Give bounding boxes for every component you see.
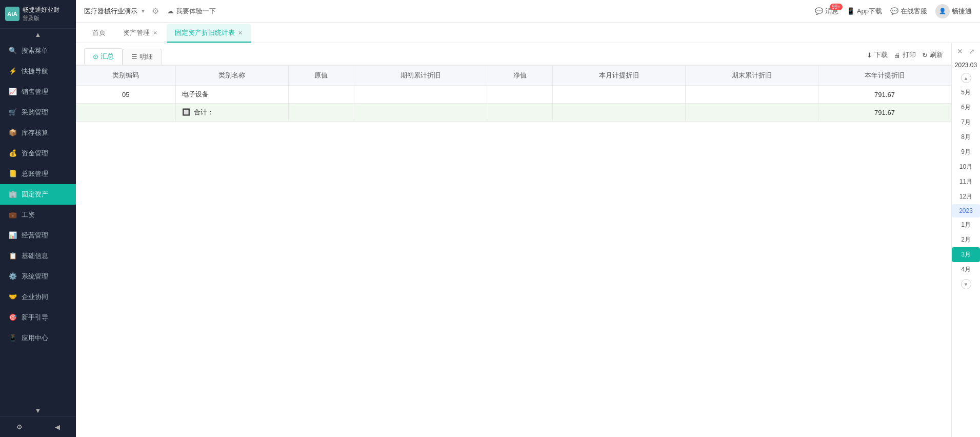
th-original: 原值 — [288, 66, 354, 86]
td-annual-dep: 791.67 — [818, 86, 951, 104]
sidebar-item-payroll[interactable]: 💼工资 — [0, 205, 76, 225]
sidebar-item-label: 系统管理 — [22, 272, 48, 281]
th-net: 净值 — [487, 66, 552, 86]
tab-asset-mgmt-label: 资产管理 — [123, 28, 150, 37]
guide-icon: 🎯 — [8, 313, 17, 322]
sidebar-item-basic-info[interactable]: 📋基础信息 — [0, 246, 76, 266]
sidebar-item-label: 快捷导航 — [22, 67, 48, 76]
sidebar-item-sales[interactable]: 📈销售管理 — [0, 82, 76, 102]
download-icon: 📱 — [847, 7, 855, 15]
td-sum-label: 🔲 合计： — [175, 104, 288, 122]
quick-nav-icon: ⚡ — [8, 67, 17, 76]
table-sum-row: 🔲 合计： 791.67 — [76, 104, 951, 122]
td-sum-monthly-dep — [553, 104, 686, 122]
sub-tab-detail[interactable]: ☰ 明细 — [123, 49, 162, 65]
cal-month-8[interactable]: 8月 — [952, 130, 980, 145]
cal-month-4[interactable]: 4月 — [952, 262, 980, 277]
th-period-end-dep: 期末累计折旧 — [686, 66, 818, 86]
tab-depreciation-label: 固定资产折旧统计表 — [175, 28, 235, 37]
purchase-icon: 🛒 — [8, 108, 17, 117]
td-sum-original — [288, 104, 354, 122]
refresh-icon: ↻ — [922, 51, 928, 59]
summary-icon: ⊙ — [93, 53, 98, 61]
sidebar-item-operations[interactable]: 📊经营管理 — [0, 225, 76, 246]
user-menu-btn[interactable]: 👤 畅捷通 — [935, 4, 972, 18]
calendar-expand-btn[interactable]: ⤢ — [967, 45, 977, 57]
td-name: 电子设备 — [175, 86, 288, 104]
customer-service-btn[interactable]: 💬 在线客服 — [890, 7, 927, 16]
th-monthly-dep: 本月计提折旧 — [553, 66, 686, 86]
calendar-scroll-down[interactable]: ▼ — [961, 279, 971, 289]
cal-month-2[interactable]: 2月 — [952, 232, 980, 247]
settings-bottom-btn[interactable]: ⚙ — [12, 421, 27, 433]
td-initial-accum — [354, 86, 487, 104]
th-initial-accum: 期初累计折旧 — [354, 66, 487, 86]
calendar-panel: ✕ ⤢ 2023.03 ▲ 5月 6月 7月 8月 9月 10月 11月 12月… — [951, 43, 980, 437]
print-icon: 🖨 — [894, 51, 901, 59]
sub-tab-actions: ⬇ 下载 🖨 打印 ↻ 刷新 — [867, 50, 943, 63]
sidebar-item-quick-nav[interactable]: ⚡快捷导航 — [0, 61, 76, 82]
sidebar-item-funds[interactable]: 💰资金管理 — [0, 143, 76, 164]
tab-home[interactable]: 首页 — [84, 24, 114, 43]
sidebar-item-app-center[interactable]: 📱应用中心 — [0, 328, 76, 348]
cal-month-10[interactable]: 10月 — [952, 160, 980, 174]
main-area: 医疗器械行业演示 ▼ ⚙ ☁ 我要体验一下 💬 消息 99+ 📱 App下载 💬… — [76, 0, 980, 437]
download-btn[interactable]: ⬇ 下载 — [867, 50, 888, 59]
cal-month-12[interactable]: 12月 — [952, 189, 980, 204]
app-center-icon: 📱 — [8, 333, 17, 343]
calendar-close-btn[interactable]: ✕ — [955, 45, 965, 57]
cal-year-label[interactable]: 2023 — [952, 204, 980, 217]
sidebar-item-label: 企业协同 — [22, 292, 48, 302]
sidebar-item-fixed-assets[interactable]: 🏢固定资产 — [0, 184, 76, 205]
company-selector[interactable]: 医疗器械行业演示 ▼ — [84, 7, 146, 16]
sub-tab-summary[interactable]: ⊙ 汇总 — [84, 48, 123, 65]
sub-tab-summary-label: 汇总 — [101, 52, 114, 61]
tab-asset-mgmt-close[interactable]: ✕ — [153, 30, 157, 36]
refresh-label: 刷新 — [930, 50, 943, 59]
sidebar: AtA 畅捷通好业财 普及版 ▲ 🔍搜索菜单⚡快捷导航📈销售管理🛒采购管理📦库存… — [0, 0, 76, 437]
scroll-up-arrow[interactable]: ▲ — [0, 29, 76, 41]
td-sum-initial-accum — [354, 104, 487, 122]
td-period-end-dep — [686, 86, 818, 104]
cal-month-3[interactable]: 3月 — [952, 247, 980, 262]
content-main: ⊙ 汇总 ☰ 明细 ⬇ 下载 🖨 打印 — [76, 43, 951, 437]
topbar-settings-btn[interactable]: ⚙ — [152, 6, 159, 16]
cal-month-7[interactable]: 7月 — [952, 115, 980, 130]
cal-month-1[interactable]: 1月 — [952, 217, 980, 232]
tab-asset-mgmt[interactable]: 资产管理 ✕ — [115, 24, 166, 43]
td-monthly-dep — [553, 86, 686, 104]
sidebar-item-purchase[interactable]: 🛒采购管理 — [0, 102, 76, 123]
app-download-btn[interactable]: 📱 App下载 — [847, 7, 882, 16]
download-icon: ⬇ — [867, 51, 872, 59]
td-sum-net — [487, 104, 552, 122]
print-btn[interactable]: 🖨 打印 — [894, 50, 916, 59]
sub-tabs-bar: ⊙ 汇总 ☰ 明细 ⬇ 下载 🖨 打印 — [76, 43, 951, 65]
experience-btn[interactable]: ☁ 我要体验一下 — [167, 7, 216, 16]
notification-btn[interactable]: 💬 消息 99+ — [815, 7, 838, 16]
scroll-down-arrow[interactable]: ▼ — [0, 405, 76, 416]
ledger-icon: 📒 — [8, 169, 17, 178]
sidebar-item-label: 基础信息 — [22, 251, 48, 261]
sidebar-logo: AtA 畅捷通好业财 普及版 — [0, 0, 76, 29]
cal-month-6[interactable]: 6月 — [952, 100, 980, 115]
sidebar-item-cooperation[interactable]: 🤝企业协同 — [0, 287, 76, 307]
sidebar-item-inventory[interactable]: 📦库存核算 — [0, 123, 76, 143]
refresh-btn[interactable]: ↻ 刷新 — [922, 50, 943, 59]
sidebar-item-ledger[interactable]: 📒总账管理 — [0, 164, 76, 184]
cal-month-5[interactable]: 5月 — [952, 85, 980, 100]
th-code: 类别编码 — [76, 66, 176, 86]
payroll-icon: 💼 — [8, 210, 17, 220]
sidebar-item-search[interactable]: 🔍搜索菜单 — [0, 41, 76, 61]
tab-depreciation[interactable]: 固定资产折旧统计表 ✕ — [167, 24, 251, 43]
cal-month-9[interactable]: 9月 — [952, 145, 980, 160]
sidebar-item-label: 搜索菜单 — [22, 46, 48, 55]
tab-depreciation-close[interactable]: ✕ — [238, 30, 243, 36]
sidebar-item-label: 销售管理 — [22, 87, 48, 96]
sidebar-item-system[interactable]: ⚙️系统管理 — [0, 266, 76, 287]
calendar-scroll-up[interactable]: ▲ — [961, 73, 971, 83]
sidebar-item-guide[interactable]: 🎯新手引导 — [0, 307, 76, 328]
basic-info-icon: 📋 — [8, 251, 17, 261]
cal-month-11[interactable]: 11月 — [952, 174, 980, 189]
collapse-btn[interactable]: ◀ — [51, 421, 64, 433]
sidebar-item-label: 工资 — [22, 210, 35, 220]
